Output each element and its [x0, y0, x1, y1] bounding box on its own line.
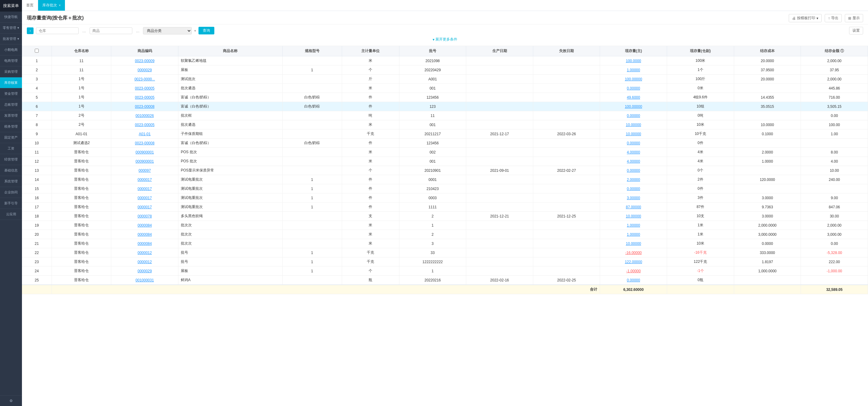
cell-code[interactable]: 001000031: [111, 276, 178, 285]
sidebar-item-ledger[interactable]: 总账管理: [0, 99, 22, 110]
sidebar-item-wholesale[interactable]: 批发管理 ▾: [0, 34, 22, 44]
nav-tab-close-icon[interactable]: ×: [59, 4, 61, 7]
cell-spec: [282, 157, 342, 166]
print-button[interactable]: 🖨 按模板打印 ▾: [789, 14, 822, 22]
cell-code[interactable]: 0000017: [111, 194, 178, 203]
sidebar-item-collab[interactable]: 企业协同: [0, 187, 22, 198]
expand-filter-button[interactable]: ▾ 展开更多条件: [433, 37, 457, 42]
cell-qty-main[interactable]: 4.00000: [600, 148, 667, 157]
cell-code[interactable]: 0023-00008: [111, 139, 178, 148]
cell-cost: 1.0000: [734, 157, 801, 166]
cell-amount: 37.95: [801, 66, 868, 75]
cell-qty-main[interactable]: 0.00000: [600, 166, 667, 175]
cell-code[interactable]: 0000084: [111, 230, 178, 239]
cell-expire-date: [533, 230, 600, 239]
cell-cost: 120.0000: [734, 175, 801, 184]
cell-code[interactable]: 000097: [111, 166, 178, 175]
nav-home[interactable]: 首页: [22, 0, 38, 11]
cell-code[interactable]: 0023-00005: [111, 120, 178, 130]
cell-qty-main[interactable]: 122.00000: [600, 257, 667, 267]
cell-code[interactable]: 0023-0000...: [111, 75, 178, 84]
cell-code[interactable]: 0023-00005: [111, 84, 178, 93]
cell-code[interactable]: 000900001: [111, 148, 178, 157]
cell-code[interactable]: 0000017: [111, 175, 178, 184]
filter-nav-arrow[interactable]: ›: [27, 27, 34, 34]
sidebar-item-ecommerce[interactable]: 电商管理: [0, 56, 22, 66]
cell-code[interactable]: 0000084: [111, 221, 178, 230]
cell-qty-main[interactable]: 0.00000: [600, 84, 667, 93]
cell-qty-main[interactable]: 100.0000: [600, 56, 667, 66]
sidebar-item-retail[interactable]: 零售管理 ▾: [0, 23, 22, 34]
cell-qty-main[interactable]: 10.00000: [600, 130, 667, 139]
cell-code[interactable]: 0023-00009: [111, 56, 178, 66]
filter-settings-button[interactable]: 设置: [849, 27, 863, 34]
cell-code[interactable]: 0000012: [111, 248, 178, 257]
cell-qty-main[interactable]: 0.00000: [600, 139, 667, 148]
cell-code[interactable]: 0000017: [111, 203, 178, 212]
cell-code[interactable]: 0000017: [111, 184, 178, 194]
cell-code[interactable]: A01-01: [111, 130, 178, 139]
query-button[interactable]: 查询: [198, 27, 214, 34]
cell-idx: 13: [22, 166, 52, 175]
cell-expire-date: [533, 66, 600, 75]
select-all-checkbox[interactable]: [35, 49, 39, 53]
cell-code[interactable]: 0000029: [111, 66, 178, 75]
cell-code[interactable]: 001000026: [111, 111, 178, 120]
sidebar-item-system[interactable]: 系统管理: [0, 176, 22, 187]
sidebar-item-tax[interactable]: 税务管理: [0, 121, 22, 132]
product-input[interactable]: [90, 27, 132, 34]
warehouse-input[interactable]: [36, 27, 79, 34]
sidebar-item-ecommerce-small[interactable]: 小鹅电商: [0, 44, 22, 56]
cell-qty-main[interactable]: 10.00000: [600, 120, 667, 130]
sidebar-item-quick-nav[interactable]: 快捷导航: [0, 11, 22, 23]
category-select[interactable]: 商品分类: [143, 27, 192, 34]
cell-code[interactable]: 0000029: [111, 267, 178, 276]
cell-qty-main[interactable]: 0.00000: [600, 184, 667, 194]
cell-qty-main[interactable]: 0.00000: [600, 111, 667, 120]
cell-expire-date: [533, 75, 600, 84]
sidebar-search[interactable]: 搜索菜单: [0, 0, 22, 11]
cell-name: POS显示米保质异常: [178, 166, 282, 175]
sidebar-item-invoice[interactable]: 发票管理: [0, 110, 22, 121]
cell-code[interactable]: 0000078: [111, 212, 178, 221]
cell-qty-main[interactable]: 3.00000: [600, 194, 667, 203]
content-area: 现存量查询(按仓库＋批次) 🖨 按模板打印 ▾ ↑ 导出 ⊞ 显示: [22, 11, 868, 406]
cell-qty-main[interactable]: 100.00000: [600, 102, 667, 111]
cell-qty-main[interactable]: -16.00000: [600, 248, 667, 257]
cell-qty-main[interactable]: 10.00000: [600, 212, 667, 221]
display-button[interactable]: ⊞ 显示: [845, 14, 863, 22]
cell-qty-main[interactable]: 2.00000: [600, 175, 667, 184]
cell-code[interactable]: 000900001: [111, 157, 178, 166]
cell-qty-main[interactable]: 10.00000: [600, 239, 667, 248]
sidebar-item-inventory[interactable]: 库存核算: [0, 77, 22, 88]
cell-qty-main[interactable]: 4.00000: [600, 157, 667, 166]
cell-qty-main[interactable]: 1.00000: [600, 221, 667, 230]
cell-qty-main[interactable]: 1.00000: [600, 66, 667, 75]
sidebar-item-cloud[interactable]: 云应用: [0, 209, 22, 220]
sidebar-item-finance[interactable]: 资金管理: [0, 88, 22, 99]
sidebar-item-operations[interactable]: 经营管理: [0, 154, 22, 165]
sidebar-item-payroll[interactable]: 工资: [0, 143, 22, 154]
sidebar-item-base-info[interactable]: 基础信息: [0, 165, 22, 176]
sidebar-item-fixed-asset[interactable]: 固定资产: [0, 132, 22, 143]
cell-qty-main[interactable]: 0.00000: [600, 276, 667, 285]
cell-unit: 瓶: [342, 276, 399, 285]
cell-qty-main[interactable]: -1.00000: [600, 267, 667, 276]
cell-expire-date: [533, 194, 600, 203]
sidebar-item-guide[interactable]: 新手引导: [0, 198, 22, 209]
sidebar-settings-icon[interactable]: ⚙: [0, 395, 22, 406]
cell-code[interactable]: 0000012: [111, 257, 178, 267]
sidebar-item-purchase[interactable]: 采购管理: [0, 66, 22, 77]
cell-qty-main[interactable]: 100.00000: [600, 75, 667, 84]
export-button[interactable]: ↑ 导出: [825, 14, 842, 22]
cell-batch: 33: [399, 248, 466, 257]
th-checkbox[interactable]: [22, 46, 52, 56]
nav-tab-inventory-batch[interactable]: 库存批次 ×: [38, 0, 65, 11]
cell-idx: 23: [22, 257, 52, 267]
cell-code[interactable]: 0023-00008: [111, 102, 178, 111]
cell-code[interactable]: 0023-00005: [111, 93, 178, 102]
cell-qty-main[interactable]: 87.00000: [600, 203, 667, 212]
cell-qty-main[interactable]: 49.6000: [600, 93, 667, 102]
cell-code[interactable]: 0000084: [111, 239, 178, 248]
cell-qty-main[interactable]: 1.00000: [600, 230, 667, 239]
